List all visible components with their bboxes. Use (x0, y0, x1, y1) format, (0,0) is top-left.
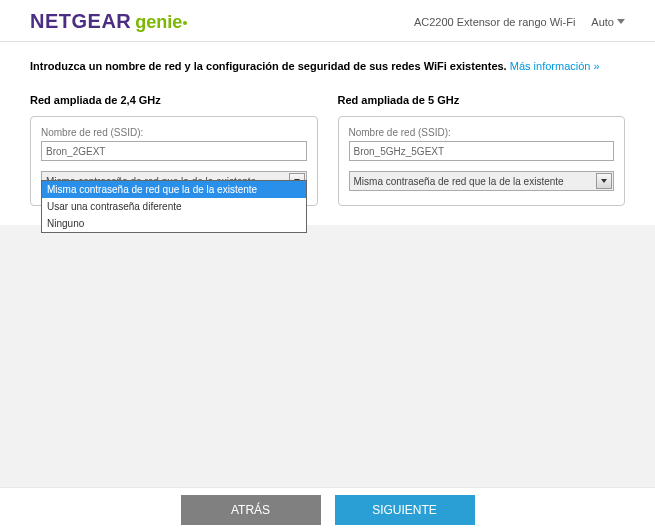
security-select-5[interactable]: Misma contraseña de red que la de la exi… (349, 171, 615, 191)
dropdown-option[interactable]: Ninguno (42, 215, 306, 232)
next-button[interactable]: SIGUIENTE (335, 495, 475, 525)
background-panel (0, 225, 655, 487)
back-button[interactable]: ATRÁS (181, 495, 321, 525)
product-title: AC2200 Extensor de rango Wi-Fi (414, 16, 575, 28)
security-dropdown-24: Misma contraseña de red que la de la exi… (41, 180, 307, 233)
ssid-label-24: Nombre de red (SSID): (41, 127, 307, 138)
header: NETGEAR genie AC2200 Extensor de rango W… (0, 0, 655, 42)
ssid-input-5[interactable] (349, 141, 615, 161)
main-content: Introduzca un nombre de red y la configu… (0, 42, 655, 206)
dropdown-button-icon (596, 173, 612, 189)
intro-text: Introduzca un nombre de red y la configu… (30, 60, 625, 72)
brand-dot-icon (183, 21, 187, 25)
footer-bar: ATRÁS SIGUIENTE (0, 487, 655, 532)
sub-brand: genie (135, 12, 182, 33)
dropdown-option[interactable]: Misma contraseña de red que la de la exi… (42, 181, 306, 198)
brand-name: NETGEAR (30, 10, 131, 33)
more-info-link[interactable]: Más información » (510, 60, 600, 72)
brand-logo: NETGEAR genie (30, 10, 188, 33)
ssid-label-5: Nombre de red (SSID): (349, 127, 615, 138)
ssid-input-24[interactable] (41, 141, 307, 161)
dropdown-option[interactable]: Usar una contraseña diferente (42, 198, 306, 215)
band-24-panel: Nombre de red (SSID): Misma contraseña d… (30, 116, 318, 206)
language-label: Auto (591, 16, 614, 28)
band-24-title: Red ampliada de 2,4 GHz (30, 94, 318, 106)
security-selected-5: Misma contraseña de red que la de la exi… (354, 176, 564, 187)
chevron-down-icon (617, 19, 625, 24)
band-5-title: Red ampliada de 5 GHz (338, 94, 626, 106)
language-selector[interactable]: Auto (591, 16, 625, 28)
band-5-panel: Nombre de red (SSID): Misma contraseña d… (338, 116, 626, 206)
